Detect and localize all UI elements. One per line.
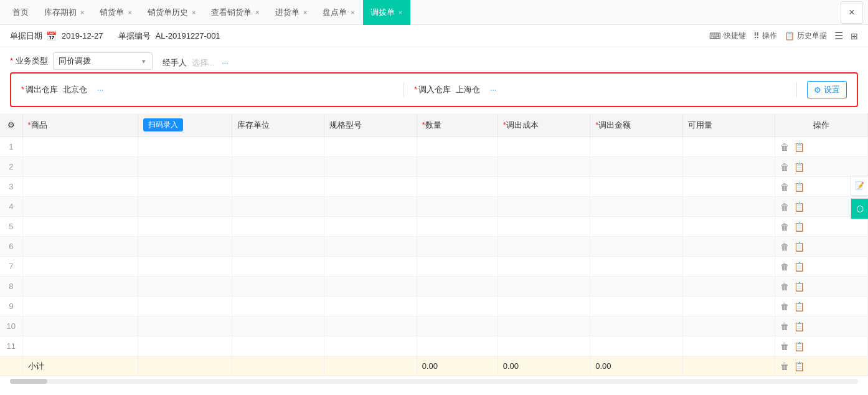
delete-icon[interactable]: 🗑 <box>780 222 789 232</box>
warehouse-in-more-icon[interactable]: ··· <box>490 85 496 94</box>
spec-cell[interactable] <box>324 197 417 217</box>
qty-cell[interactable] <box>417 177 498 197</box>
cost-cell[interactable] <box>498 237 590 257</box>
spec-cell[interactable] <box>324 157 417 177</box>
qty-cell[interactable] <box>417 197 498 217</box>
scan-button[interactable]: 扫码录入 <box>143 118 183 131</box>
cost-cell[interactable] <box>498 257 590 277</box>
copy-icon[interactable]: 📋 <box>794 222 804 232</box>
cost-cell[interactable] <box>498 217 590 237</box>
amount-cell[interactable] <box>590 157 683 177</box>
amount-cell[interactable] <box>590 316 683 336</box>
unit-cell[interactable] <box>232 137 324 157</box>
delete-icon[interactable]: 🗑 <box>780 142 789 152</box>
unit-cell[interactable] <box>232 316 324 336</box>
notes-button[interactable]: 📝 <box>851 176 868 196</box>
qty-cell[interactable] <box>417 137 498 157</box>
close-icon[interactable]: × <box>303 9 307 16</box>
qty-cell[interactable] <box>417 257 498 277</box>
tab-inventory-init[interactable]: 库存期初 × <box>37 0 92 25</box>
delete-icon[interactable]: 🗑 <box>780 162 789 172</box>
delete-icon[interactable]: 🗑 <box>780 282 789 292</box>
copy-icon[interactable]: 📋 <box>794 142 804 152</box>
spec-cell[interactable] <box>324 257 417 277</box>
handler-select[interactable]: 选择... <box>192 57 215 69</box>
spec-cell[interactable] <box>324 297 417 316</box>
delete-icon[interactable]: 🗑 <box>780 341 789 351</box>
spec-cell[interactable] <box>324 336 417 356</box>
delete-icon[interactable]: 🗑 <box>780 202 789 212</box>
unit-cell[interactable] <box>232 217 324 237</box>
product-cell[interactable] <box>22 257 138 277</box>
close-icon[interactable]: × <box>351 9 354 16</box>
product-cell[interactable] <box>22 137 138 157</box>
spec-cell[interactable] <box>324 137 417 157</box>
qty-cell[interactable] <box>417 336 498 356</box>
amount-cell[interactable] <box>590 277 683 297</box>
copy-icon[interactable]: 📋 <box>794 262 804 272</box>
product-cell[interactable] <box>22 197 138 217</box>
cost-cell[interactable] <box>498 197 590 217</box>
qty-cell[interactable] <box>417 217 498 237</box>
business-type-select[interactable]: 同价调拨 ▼ <box>53 52 153 70</box>
copy-icon[interactable]: 📋 <box>794 282 804 292</box>
tab-home[interactable]: 首页 <box>5 0 37 25</box>
amount-cell[interactable] <box>590 197 683 217</box>
qty-cell[interactable] <box>417 297 498 316</box>
copy-icon[interactable]: 📋 <box>794 162 804 172</box>
layout-grid-button[interactable]: ⊞ <box>851 31 858 41</box>
delete-icon[interactable]: 🗑 <box>780 321 789 331</box>
tab-inventory-check[interactable]: 盘点单 × <box>315 0 362 25</box>
amount-cell[interactable] <box>590 257 683 277</box>
product-cell[interactable] <box>22 157 138 177</box>
unit-cell[interactable] <box>232 237 324 257</box>
unit-cell[interactable] <box>232 336 324 356</box>
spec-cell[interactable] <box>324 316 417 336</box>
delete-icon[interactable]: 🗑 <box>780 361 789 371</box>
amount-cell[interactable] <box>590 336 683 356</box>
spec-cell[interactable] <box>324 237 417 257</box>
unit-cell[interactable] <box>232 257 324 277</box>
close-icon[interactable]: × <box>255 9 259 16</box>
amount-cell[interactable] <box>590 217 683 237</box>
close-all-button[interactable]: × <box>841 1 863 24</box>
cost-cell[interactable] <box>498 316 590 336</box>
layout-list-button[interactable]: ☰ <box>834 30 843 42</box>
close-icon[interactable]: × <box>399 9 402 16</box>
tab-sales-history[interactable]: 销货单历史 × <box>140 0 204 25</box>
product-cell[interactable] <box>22 336 138 356</box>
cost-cell[interactable] <box>498 157 590 177</box>
th-gear[interactable]: ⚙ <box>0 113 22 137</box>
shortcut-button[interactable]: ⌨ 快捷键 <box>709 31 746 41</box>
cost-cell[interactable] <box>498 137 590 157</box>
spec-cell[interactable] <box>324 217 417 237</box>
product-cell[interactable] <box>22 297 138 316</box>
cost-cell[interactable] <box>498 277 590 297</box>
cost-cell[interactable] <box>498 336 590 356</box>
copy-icon[interactable]: 📋 <box>794 202 804 212</box>
close-icon[interactable]: × <box>192 9 196 16</box>
cost-cell[interactable] <box>498 297 590 316</box>
amount-cell[interactable] <box>590 297 683 316</box>
qty-cell[interactable] <box>417 237 498 257</box>
unit-cell[interactable] <box>232 157 324 177</box>
delete-icon[interactable]: 🗑 <box>780 182 789 192</box>
horizontal-scrollbar[interactable] <box>10 379 858 384</box>
spec-cell[interactable] <box>324 177 417 197</box>
calendar-icon[interactable]: 📅 <box>46 31 57 41</box>
unit-cell[interactable] <box>232 297 324 316</box>
copy-icon[interactable]: 📋 <box>794 341 804 351</box>
unit-cell[interactable] <box>232 177 324 197</box>
copy-icon[interactable]: 📋 <box>794 302 804 312</box>
qty-cell[interactable] <box>417 316 498 336</box>
handler-more-icon[interactable]: ··· <box>222 59 229 67</box>
copy-icon[interactable]: 📋 <box>794 182 804 192</box>
copy-icon[interactable]: 📋 <box>794 361 804 371</box>
product-cell[interactable] <box>22 277 138 297</box>
settings-button[interactable]: ⚙ 设置 <box>807 81 847 98</box>
unit-cell[interactable] <box>232 197 324 217</box>
amount-cell[interactable] <box>590 237 683 257</box>
cost-cell[interactable] <box>498 177 590 197</box>
product-cell[interactable] <box>22 316 138 336</box>
spec-cell[interactable] <box>324 277 417 297</box>
